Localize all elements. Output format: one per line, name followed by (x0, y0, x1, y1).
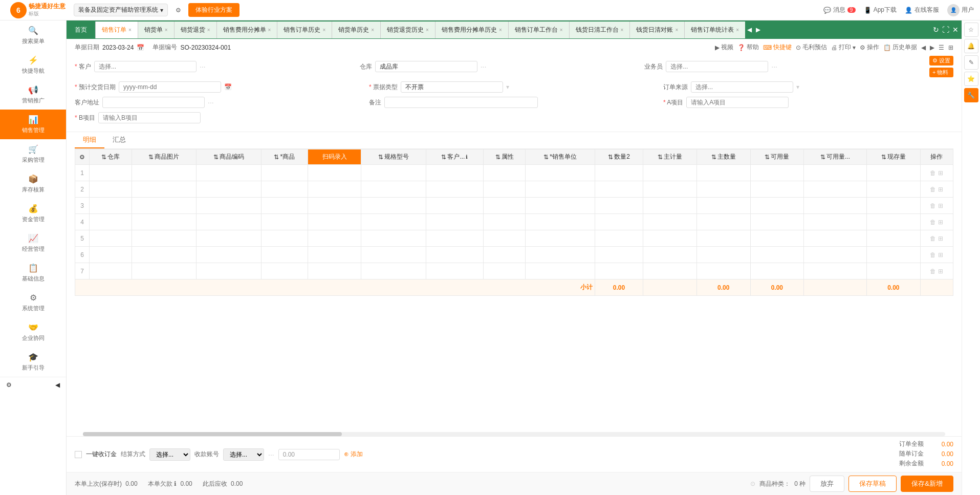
order-source-input[interactable] (691, 81, 793, 93)
table-wrapper[interactable]: ⚙ ⇅仓库 ⇅商品图片 ⇅商品编码 ⇅*商品 扫码录入 ⇅规格型号 ⇅客户...… (75, 149, 953, 432)
row-5-available2[interactable] (804, 230, 867, 247)
row-6-scan[interactable] (308, 247, 361, 263)
sidebar-collapse-icon[interactable]: ◀ (55, 381, 60, 389)
sidebar-item-operations[interactable]: 📈 经营管理 (0, 228, 66, 258)
th-stock[interactable]: ⇅现存量 (867, 149, 921, 165)
row-5-qty2[interactable] (595, 230, 643, 247)
tab-sales-slip[interactable]: 销货单 × (138, 21, 174, 38)
row-2-stock[interactable] (867, 181, 921, 198)
row-1-stock[interactable] (867, 165, 921, 181)
row-6-warehouse[interactable] (90, 247, 132, 263)
row-5-scan[interactable] (308, 230, 361, 247)
row-4-warehouse[interactable] (90, 214, 132, 230)
quick-settle-checkbox[interactable] (75, 451, 82, 458)
row-1-main-qty[interactable] (697, 165, 751, 181)
sidebar-item-inventory[interactable]: 📦 库存核算 (0, 169, 66, 199)
row-6-stock[interactable] (867, 247, 921, 263)
row-2-main-qty[interactable] (697, 181, 751, 198)
order-source-dropdown[interactable]: ▾ (796, 83, 799, 91)
tab-action-refresh[interactable]: ↻ (932, 25, 940, 35)
row-1-warehouse[interactable] (90, 165, 132, 181)
tab-sales-order-close[interactable]: × (128, 27, 132, 33)
scrollbar-track[interactable] (83, 432, 945, 436)
add-material-btn[interactable]: + 物料 (929, 68, 953, 77)
row-6-spec[interactable] (361, 247, 426, 263)
tab-sales-expense-close[interactable]: × (268, 27, 271, 33)
row-4-attribute[interactable] (483, 214, 526, 230)
row-2-image[interactable] (132, 181, 197, 198)
tab-return-history[interactable]: 销货退货历史 × (380, 21, 435, 38)
project-b-input[interactable] (98, 112, 201, 123)
tab-cash-workbench-close[interactable]: × (621, 27, 624, 33)
tab-cash-reconcile-close[interactable]: × (675, 27, 678, 33)
copy-icon[interactable]: ⊞ (938, 219, 943, 226)
salesperson-input[interactable] (666, 61, 768, 72)
row-5-customer[interactable] (426, 230, 483, 247)
row-7-main-unit[interactable] (643, 263, 697, 279)
row-6-main-qty[interactable] (697, 247, 751, 263)
address-expand[interactable]: ··· (208, 98, 214, 106)
current-due-info[interactable]: ℹ (174, 480, 177, 487)
sidebar-item-enterprise[interactable]: 🤝 企业协同 (0, 317, 66, 347)
row-7-image[interactable] (132, 263, 197, 279)
tab-slip-history[interactable]: 销货单历史 × (332, 21, 380, 38)
save-draft-btn[interactable]: 保存草稿 (848, 476, 897, 492)
invoice-dropdown[interactable]: ▾ (506, 83, 509, 91)
delivery-calendar[interactable]: 📅 (224, 83, 232, 91)
row-6-main-unit[interactable] (643, 247, 697, 263)
account-expand[interactable]: ··· (268, 450, 274, 459)
row-4-qty2[interactable] (595, 214, 643, 230)
row-7-available2[interactable] (804, 263, 867, 279)
row-6-unit[interactable] (526, 247, 595, 263)
row-2-product[interactable] (261, 181, 308, 198)
row-4-main-unit[interactable] (643, 214, 697, 230)
calendar-icon[interactable]: 📅 (137, 44, 144, 51)
table-tab-detail[interactable]: 明细 (75, 132, 104, 148)
row-5-stock[interactable] (867, 230, 921, 247)
th-code[interactable]: ⇅商品编码 (197, 149, 262, 165)
profit-btn[interactable]: ⊙ 毛利预估 (796, 43, 827, 52)
th-attribute[interactable]: ⇅属性 (483, 149, 526, 165)
copy-icon[interactable]: ⊞ (938, 268, 943, 275)
sidebar-item-system[interactable]: ⚙ 系统管理 (0, 288, 66, 317)
row-1-customer[interactable] (426, 165, 483, 181)
nav-prev-btn[interactable]: ◀ (921, 44, 926, 51)
row-1-code[interactable] (197, 165, 262, 181)
row-7-stock[interactable] (867, 263, 921, 279)
row-6-available2[interactable] (804, 247, 867, 263)
copy-icon[interactable]: ⊞ (938, 202, 943, 209)
delivery-input[interactable] (119, 81, 221, 93)
row-1-attribute[interactable] (483, 165, 526, 181)
row-6-attribute[interactable] (483, 247, 526, 263)
row-3-image[interactable] (132, 198, 197, 214)
row-3-customer[interactable] (426, 198, 483, 214)
customer-expand[interactable]: ··· (200, 62, 206, 71)
sidebar-item-purchase[interactable]: 🛒 采购管理 (0, 139, 66, 169)
tab-sales-stats-close[interactable]: × (736, 27, 739, 33)
user-item[interactable]: 👤 用户 (947, 4, 974, 16)
tab-workbench[interactable]: 销售订单工作台 × (508, 21, 569, 38)
row-7-attribute[interactable] (483, 263, 526, 279)
row-1-qty2[interactable] (595, 165, 643, 181)
tab-order-history[interactable]: 销售订单历史 × (277, 21, 332, 38)
invoice-input[interactable] (401, 81, 503, 93)
row-2-main-unit[interactable] (643, 181, 697, 198)
row-7-code[interactable] (197, 263, 262, 279)
shortcut-btn[interactable]: ⌨ 快捷键 (763, 43, 792, 52)
copy-icon[interactable]: ⊞ (938, 169, 943, 177)
warehouse-expand[interactable]: ··· (481, 62, 487, 71)
row-4-stock[interactable] (867, 214, 921, 230)
row-5-warehouse[interactable] (90, 230, 132, 247)
row-5-product[interactable] (261, 230, 308, 247)
row-3-spec[interactable] (361, 198, 426, 214)
tab-sales-return[interactable]: 销货退货 × (174, 21, 216, 38)
warehouse-input[interactable] (375, 61, 477, 72)
row-6-image[interactable] (132, 247, 197, 263)
nav-next-btn[interactable]: ▶ (930, 44, 934, 51)
tab-expense-history-close[interactable]: × (499, 27, 502, 33)
row-3-available2[interactable] (804, 198, 867, 214)
row-5-image[interactable] (132, 230, 197, 247)
customer-input[interactable] (94, 61, 197, 72)
row-5-main-unit[interactable] (643, 230, 697, 247)
th-customer-code[interactable]: ⇅客户... ℹ (426, 149, 483, 165)
